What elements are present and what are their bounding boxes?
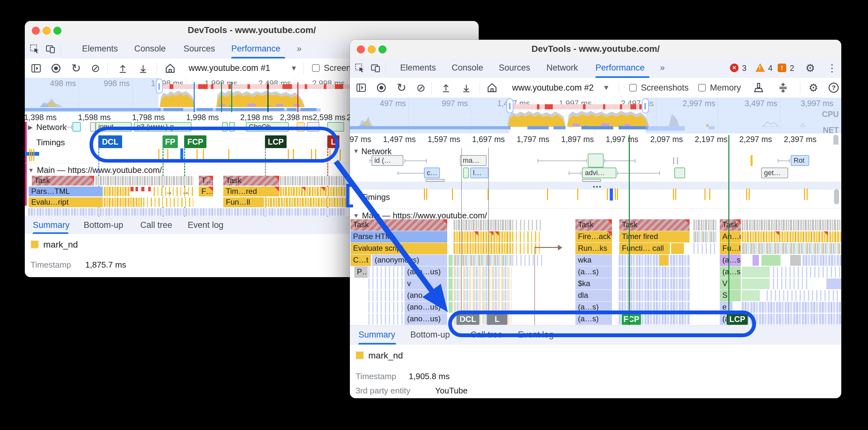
window1-titlebar[interactable]: DevTools - www.youtube.com/ <box>25 21 479 40</box>
flame-bar[interactable]: wka <box>575 255 612 266</box>
marker-lcp[interactable]: LCP <box>265 135 286 148</box>
flame-bar-evaluate-script[interactable]: Evaluate script <box>350 243 447 254</box>
overflow-ellipsis[interactable]: … <box>592 179 602 190</box>
flame-bar-parse-html[interactable]: Pars…TML <box>28 187 103 196</box>
tab-summary[interactable]: Summary <box>359 325 395 344</box>
toggle-sidebar-icon[interactable] <box>356 82 366 93</box>
tab-summary[interactable]: Summary <box>33 217 70 234</box>
download-profile-icon[interactable] <box>461 82 471 93</box>
reload-record-icon[interactable]: ↻ <box>71 59 81 78</box>
network-request[interactable]: c… <box>424 167 440 178</box>
network-request[interactable] <box>588 154 604 167</box>
network-request[interactable]: Rot <box>791 155 809 166</box>
network-request[interactable]: input <box>95 122 132 132</box>
issues-icon[interactable]: ! <box>778 64 786 72</box>
device-toolbar-icon[interactable] <box>46 44 55 54</box>
disclosure-icon[interactable]: ▼ <box>353 148 359 155</box>
marker-l[interactable]: L <box>487 314 507 325</box>
tab-elements[interactable]: Elements <box>82 39 118 58</box>
flame-bar[interactable]: (a…s) <box>575 302 612 313</box>
network-request[interactable] <box>674 167 685 178</box>
marker-fcp[interactable]: FCP <box>622 314 641 325</box>
flame-bar[interactable]: F… <box>198 187 213 196</box>
help-icon[interactable]: ? <box>829 82 839 93</box>
more-tabs-icon[interactable]: » <box>660 58 665 77</box>
window2-timeline-overview[interactable]: 497 ms 997 ms 1,497 ms 1,997 ms 2,497 ms… <box>350 98 841 134</box>
flame-bar-parse-html[interactable]: Parse HTML <box>350 231 447 242</box>
home-icon[interactable] <box>487 82 497 93</box>
timing-mark[interactable] <box>610 189 613 201</box>
tab-sources[interactable]: Sources <box>184 39 215 58</box>
network-request[interactable] <box>327 122 344 132</box>
network-request[interactable] <box>72 122 81 132</box>
inspect-icon[interactable] <box>355 63 365 73</box>
upload-profile-icon[interactable] <box>118 63 128 73</box>
more-tabs-icon[interactable]: » <box>297 39 302 58</box>
reload-record-icon[interactable]: ↻ <box>397 78 406 98</box>
selection-handle[interactable]: ∥ <box>156 78 163 94</box>
flame-bar-function-call[interactable]: Fun…ll <box>223 197 264 207</box>
dropdown-arrow-icon[interactable]: ▼ <box>603 78 610 98</box>
flame-bar[interactable]: v <box>404 278 447 290</box>
tab-elements[interactable]: Elements <box>400 58 436 77</box>
network-request[interactable] <box>297 122 305 132</box>
flame-bar[interactable]: An…d <box>719 231 741 242</box>
flame-bar[interactable]: (a…s) <box>575 266 612 278</box>
network-request[interactable]: id (… <box>372 155 403 166</box>
network-request[interactable]: ma… <box>460 155 487 166</box>
tab-call-tree[interactable]: Call tree <box>140 217 173 234</box>
upload-profile-icon[interactable] <box>441 82 451 93</box>
network-request[interactable]: l… <box>470 167 489 178</box>
disclosure-icon[interactable]: ▶ <box>28 124 33 131</box>
network-request[interactable] <box>229 122 235 132</box>
network-request[interactable]: p3 (www.) g… <box>134 122 191 132</box>
error-count[interactable]: 3 <box>742 58 746 78</box>
home-icon[interactable] <box>165 63 176 74</box>
warning-count[interactable]: 4 <box>768 58 773 78</box>
flame-bar[interactable]: $ka <box>575 278 612 290</box>
flame-bar[interactable]: e <box>719 302 733 313</box>
flame-bar[interactable]: dla <box>575 290 612 301</box>
flame-bar-evaluate-script[interactable]: Evalu…ript <box>28 197 103 207</box>
flame-bar[interactable]: Fire…ack <box>575 231 612 242</box>
settings-gear-icon[interactable]: ⚙ <box>805 58 815 78</box>
flame-bar-anonymous[interactable]: (ano…us) <box>404 266 447 278</box>
flame-bar-task[interactable]: Task <box>350 219 447 231</box>
timings-track-label[interactable]: Timings <box>361 192 390 202</box>
toggle-sidebar-icon[interactable] <box>31 63 41 73</box>
memory-checkbox[interactable] <box>698 84 706 92</box>
selection-handle-right[interactable]: ∥ <box>642 98 649 113</box>
flame-bar-anonymous[interactable]: (anonymous) <box>372 255 447 266</box>
marker-l[interactable]: L <box>327 135 339 148</box>
inspect-icon[interactable] <box>30 44 39 54</box>
record-button[interactable] <box>377 83 386 92</box>
tab-sources[interactable]: Sources <box>499 58 530 77</box>
flame-bar[interactable]: C…t <box>350 255 371 266</box>
screenshots-checkbox[interactable] <box>312 64 320 72</box>
flame-bar-function-call[interactable]: Functi… call <box>619 243 670 254</box>
tab-bottom-up[interactable]: Bottom-up <box>410 325 450 344</box>
flame-bar[interactable]: V <box>719 278 741 290</box>
network-request[interactable] <box>307 122 319 132</box>
tab-event-log[interactable]: Event log <box>188 217 224 234</box>
flame-bar-task[interactable]: T… <box>198 176 213 186</box>
tab-performance[interactable]: Performance <box>231 39 281 58</box>
screenshots-checkbox[interactable] <box>629 84 637 92</box>
tab-event-log[interactable]: Event log <box>518 325 554 344</box>
flame-bar[interactable]: P… <box>354 266 368 278</box>
tab-call-tree[interactable]: Call tree <box>470 325 502 344</box>
flame-bar[interactable]: S <box>719 290 741 301</box>
marker-dcl[interactable]: DCL <box>98 135 122 148</box>
network-request[interactable] <box>222 122 228 132</box>
issue-count[interactable]: 2 <box>790 58 794 78</box>
clear-icon[interactable]: ⊘ <box>91 59 100 78</box>
selection-handle-left[interactable]: ∥ <box>506 98 514 113</box>
flame-bar-anonymous[interactable]: (ano…us) <box>404 290 447 301</box>
garbage-collect-icon[interactable] <box>753 82 764 93</box>
disclosure-icon[interactable]: ▼ <box>28 167 34 174</box>
target-select[interactable]: www.youtube.com #1 <box>189 59 270 78</box>
console-errors-icon[interactable]: × <box>730 64 739 72</box>
disclosure-icon[interactable]: ▼ <box>353 212 359 219</box>
flame-bar-task[interactable]: Task <box>31 176 94 186</box>
scrollbar-thumb[interactable] <box>834 189 839 204</box>
